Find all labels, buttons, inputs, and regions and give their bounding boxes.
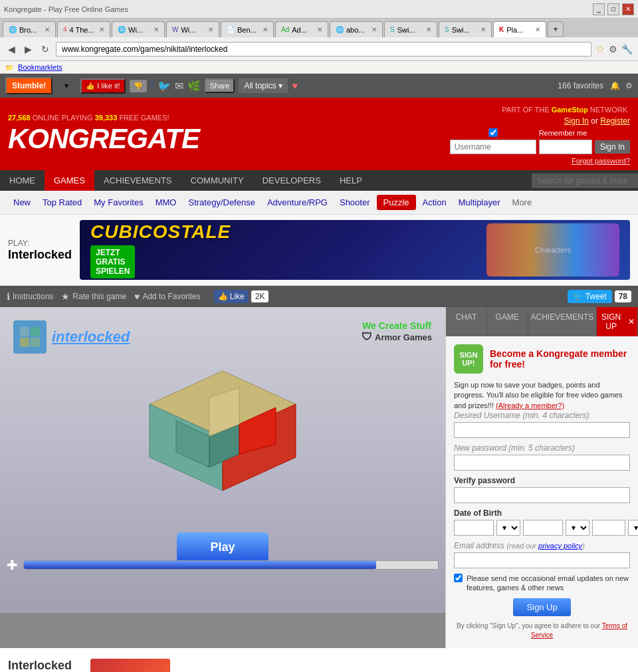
- nav-games[interactable]: GAMES: [45, 170, 94, 191]
- close-btn[interactable]: ✕: [622, 3, 634, 15]
- nav-adventure[interactable]: Adventure/RPG: [262, 195, 333, 210]
- tab-the[interactable]: 4 4 The... ✕: [57, 21, 110, 37]
- dob-month-select[interactable]: ▾: [496, 520, 520, 536]
- register-link[interactable]: Register: [600, 116, 630, 126]
- reload-button[interactable]: ↻: [39, 43, 52, 56]
- instructions-btn[interactable]: ℹ Instructions: [7, 291, 53, 302]
- fb-like-btn[interactable]: 👍 Like: [214, 290, 249, 303]
- back-button[interactable]: ◀: [5, 43, 18, 56]
- new-password-input[interactable]: [454, 455, 630, 471]
- minimize-btn[interactable]: _: [593, 3, 605, 15]
- forward-button[interactable]: ▶: [22, 43, 35, 56]
- tab-close-icon[interactable]: ✕: [480, 26, 486, 33]
- twitter-icon[interactable]: 🐦: [158, 80, 171, 92]
- stumble-button[interactable]: Stumble!: [5, 77, 53, 94]
- nav-new[interactable]: New: [8, 195, 36, 210]
- thumbs-down-btn[interactable]: 👎: [130, 80, 147, 92]
- tab-close-icon[interactable]: ✕: [426, 26, 431, 33]
- dob-inputs: ▾ ▾ ▾: [454, 520, 630, 536]
- tab-wi1[interactable]: 🌐 Wi... ✕: [112, 21, 165, 37]
- nav-action[interactable]: Action: [417, 195, 452, 210]
- signin-link[interactable]: Sign In: [564, 116, 589, 126]
- leaf-icon[interactable]: 🌿: [187, 80, 201, 92]
- tweet-button[interactable]: 🐦 Tweet: [568, 290, 612, 303]
- nav-community[interactable]: COMMUNITY: [181, 170, 253, 191]
- nav-puzzle[interactable]: Puzzle: [377, 195, 416, 210]
- stumble-settings[interactable]: ▾: [56, 78, 76, 94]
- rate-btn[interactable]: ★ Rate this game: [61, 291, 126, 302]
- username-field: Desired Username (min. 4 characters): [454, 411, 630, 438]
- email-input[interactable]: [454, 552, 630, 568]
- address-input[interactable]: [56, 42, 591, 56]
- tools-icon[interactable]: ⚙: [609, 44, 617, 55]
- close-icon[interactable]: ✕: [628, 317, 635, 326]
- username-input[interactable]: [450, 140, 536, 154]
- nav-more[interactable]: More: [507, 195, 538, 210]
- facebook-icon[interactable]: f: [151, 80, 154, 92]
- dob-year-input[interactable]: [592, 520, 625, 536]
- desired-username-input[interactable]: [454, 422, 630, 438]
- tab-abo[interactable]: 🌐 abo... ✕: [330, 21, 383, 37]
- tab-swi1[interactable]: S Swi... ✕: [384, 21, 437, 37]
- new-tab-button[interactable]: +: [548, 21, 564, 37]
- nav-my-favorites[interactable]: My Favorites: [88, 195, 148, 210]
- tab-close-icon[interactable]: ✕: [99, 26, 104, 33]
- game-canvas[interactable]: interlocked We Create Stuff 🛡 Armor Game…: [0, 307, 445, 613]
- remember-me-checkbox[interactable]: [450, 128, 536, 137]
- tab-close-icon[interactable]: ✕: [154, 26, 159, 33]
- topics-dropdown[interactable]: All topics ▾: [239, 78, 288, 93]
- add-favorites-btn[interactable]: ♥ Add to Favorites: [134, 291, 201, 302]
- tab-ad[interactable]: Ad Ad... ✕: [275, 21, 328, 37]
- dob-day-input[interactable]: [523, 520, 563, 536]
- privacy-policy-link[interactable]: privacy policy: [538, 542, 582, 550]
- favorites-add-icon[interactable]: 🔔: [610, 81, 620, 90]
- wrench-icon[interactable]: 🔧: [621, 44, 633, 55]
- tab-pla[interactable]: K Pla... ✕: [493, 21, 546, 37]
- nav-strategy[interactable]: Strategy/Defense: [183, 195, 260, 210]
- forgot-link[interactable]: Forgot password?: [572, 157, 630, 165]
- verify-password-input[interactable]: [454, 487, 630, 503]
- tab-game[interactable]: GAME: [487, 307, 528, 336]
- tab-close-icon[interactable]: ✕: [535, 26, 540, 33]
- nav-mmo[interactable]: MMO: [150, 195, 182, 210]
- info-icon: ℹ: [7, 291, 10, 302]
- share-button[interactable]: Share: [205, 78, 235, 93]
- tab-close-icon[interactable]: ✕: [317, 26, 322, 33]
- tab-ben[interactable]: 📄 Ben... ✕: [221, 21, 274, 37]
- nav-multiplayer[interactable]: Multiplayer: [453, 195, 506, 210]
- signin-button[interactable]: Sign In: [595, 140, 630, 154]
- star-icon[interactable]: ☆: [595, 43, 605, 55]
- maximize-btn[interactable]: □: [607, 3, 619, 15]
- email-icon[interactable]: ✉: [175, 80, 183, 92]
- dob-day-select[interactable]: ▾: [566, 520, 589, 536]
- nav-achievements[interactable]: ACHIEVEMENTS: [94, 170, 181, 191]
- nav-home[interactable]: HOME: [0, 170, 45, 191]
- tab-wi2[interactable]: W Wi... ✕: [166, 21, 219, 37]
- tab-close-icon[interactable]: ✕: [45, 26, 50, 33]
- ilike-button[interactable]: 👍 I like it!: [80, 78, 125, 94]
- nav-shooter[interactable]: Shooter: [334, 195, 375, 210]
- settings-icon[interactable]: ⚙: [625, 81, 633, 90]
- tab-close-icon[interactable]: ✕: [208, 26, 213, 33]
- tab-chat[interactable]: CHAT: [446, 307, 487, 336]
- kongregate-logo[interactable]: KONGREGATE: [8, 123, 199, 155]
- search-input[interactable]: [532, 173, 638, 188]
- newsletter-checkbox[interactable]: [454, 574, 463, 582]
- load-bar-fill: [24, 561, 376, 569]
- tab-close-icon[interactable]: ✕: [372, 26, 377, 33]
- tab-signup[interactable]: SIGN UP ✕: [597, 307, 638, 336]
- password-input[interactable]: [539, 140, 592, 154]
- dob-month-input[interactable]: [454, 520, 494, 536]
- tab-swi2[interactable]: S Swi... ✕: [439, 21, 492, 37]
- bookmarklets-link[interactable]: Bookmarklets: [18, 63, 62, 71]
- signup-button[interactable]: Sign Up: [513, 598, 570, 616]
- nav-help[interactable]: HELP: [330, 170, 372, 191]
- tab-close-icon[interactable]: ✕: [263, 26, 268, 33]
- already-member-link[interactable]: (Already a member?): [496, 401, 564, 409]
- nav-developers[interactable]: DEVELOPERS: [253, 170, 330, 191]
- tab-bro[interactable]: 🌐 Bro... ✕: [3, 21, 56, 37]
- tab-achievements[interactable]: ACHIEVEMENTS: [528, 307, 597, 336]
- ad-banner[interactable]: CUBICOSTALE JETZTGRATISSPIELEN Character…: [80, 220, 630, 280]
- dob-year-select[interactable]: ▾: [628, 520, 638, 536]
- nav-top-rated[interactable]: Top Rated: [37, 195, 87, 210]
